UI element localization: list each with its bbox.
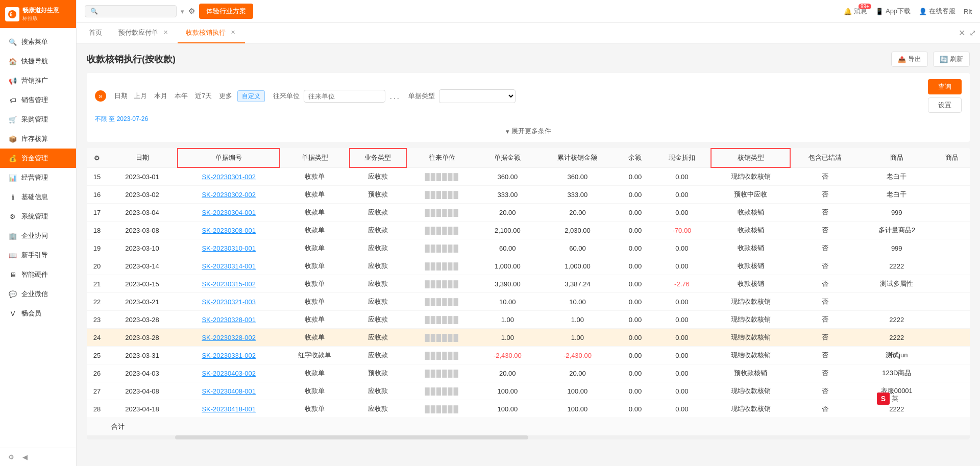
settings-button[interactable]: 设置: [928, 97, 962, 113]
scrollbar-thumb[interactable]: [175, 435, 528, 439]
tab-collection-close[interactable]: ✕: [229, 29, 237, 37]
sidebar-item-enterprise[interactable]: 🏢 企业协同: [0, 226, 76, 246]
table-scroll-container[interactable]: ⚙ 日期 单据编号 单据类型 业务类型 往来单位 单据金额 累计核销金额 余额 …: [87, 148, 970, 435]
cell-goods: 2222: [859, 311, 934, 329]
sidebar-item-label: 资金管理: [21, 154, 48, 163]
horizontal-scrollbar[interactable]: [87, 435, 970, 439]
service-button[interactable]: 👤 在线客服: [919, 7, 955, 16]
refresh-button[interactable]: 🔄 刷新: [933, 52, 970, 67]
sidebar-item-search[interactable]: 🔍 搜索菜单: [0, 32, 76, 52]
cell-voucher-no[interactable]: SK-20230418-001: [177, 400, 280, 418]
last7days-btn[interactable]: 近7天: [193, 90, 214, 102]
counterpart-input[interactable]: [304, 90, 385, 103]
sidebar-item-marketing[interactable]: 📢 营销推广: [0, 71, 76, 90]
cell-cash-discount: 0.00: [653, 347, 710, 364]
cell-cash-discount: 0.00: [653, 382, 710, 400]
cell-biz-type: 应收款: [349, 382, 407, 400]
counterpart-dots[interactable]: ...: [389, 91, 400, 102]
sidebar-item-wechat[interactable]: 💬 企业微信: [0, 284, 76, 304]
this-month-btn[interactable]: 本月: [152, 90, 169, 102]
service-label: 在线客服: [929, 7, 955, 16]
cell-biz-type: 应收款: [349, 347, 407, 364]
cell-goods: 999: [859, 204, 934, 222]
cell-counterpart: ██████: [407, 311, 477, 329]
tab-expand-icon[interactable]: ⤢: [969, 28, 976, 38]
cell-voucher-type: 收款单: [280, 311, 349, 329]
app-download-button[interactable]: 📱 App下载: [875, 7, 911, 16]
more-btn[interactable]: 更多: [217, 90, 234, 102]
tab-prepay-close[interactable]: ✕: [161, 29, 169, 37]
expand-filter-button[interactable]: ▾ 展开更多条件: [95, 127, 962, 136]
query-button[interactable]: 查询: [928, 79, 962, 94]
cell-voucher-no[interactable]: SK-20230321-003: [177, 293, 280, 311]
cell-voucher-no[interactable]: SK-20230301-002: [177, 168, 280, 186]
cell-include-settled: 否: [791, 311, 860, 329]
sidebar-item-sales[interactable]: 🏷 销售管理: [0, 90, 76, 110]
cell-balance: 0.00: [618, 204, 653, 222]
filter-toggle-button[interactable]: »: [95, 90, 106, 102]
sidebar-item-quicknav[interactable]: 🏠 快捷导航: [0, 52, 76, 71]
cell-counterpart: ██████: [407, 168, 477, 186]
cell-cancel-type: 现结收款核销: [710, 347, 790, 364]
cell-cumulative: 1.00: [537, 311, 617, 329]
sidebar-item-label: 经营管理: [21, 173, 48, 182]
col-goods: 商品: [859, 148, 934, 168]
topbar-search[interactable]: 🔍: [85, 5, 177, 17]
sidebar-item-guide[interactable]: 📖 新手引导: [0, 246, 76, 265]
sidebar-item-system[interactable]: ⚙ 系统管理: [0, 207, 76, 226]
topbar-gear-icon[interactable]: ⚙: [188, 7, 195, 16]
settings-bottom-icon[interactable]: ⚙: [8, 453, 14, 461]
cell-voucher-no[interactable]: SK-20230328-002: [177, 329, 280, 347]
cell-cash-discount: 0.00: [653, 239, 710, 257]
tab-prepay[interactable]: 预付款应付单 ✕: [110, 23, 178, 43]
sidebar-item-member[interactable]: V 畅会员: [0, 304, 76, 323]
cell-biz-type: 应收款: [349, 311, 407, 329]
tab-collection-label: 收款核销执行: [186, 28, 226, 37]
solution-button[interactable]: 体验行业方案: [199, 4, 253, 19]
cell-voucher-no[interactable]: SK-20230403-002: [177, 364, 280, 382]
tab-close-all-icon[interactable]: ✕: [959, 28, 965, 38]
cell-amount: 360.00: [477, 168, 537, 186]
cell-counterpart: ██████: [407, 275, 477, 293]
topbar-caret-icon[interactable]: ▾: [181, 8, 184, 15]
cell-goods2: [934, 168, 970, 186]
collapse-icon[interactable]: ◀: [22, 453, 28, 461]
cell-voucher-no[interactable]: SK-20230310-001: [177, 239, 280, 257]
sidebar-item-basic[interactable]: ℹ 基础信息: [0, 187, 76, 207]
custom-date-btn[interactable]: 自定义: [237, 90, 265, 102]
table-row: 172023-03-04SK-20230304-001收款单应收款██████2…: [87, 204, 970, 222]
user-name[interactable]: Rit: [964, 8, 972, 15]
voucher-type-select[interactable]: [439, 89, 516, 103]
cell-voucher-no[interactable]: SK-20230302-002: [177, 186, 280, 204]
cell-voucher-no[interactable]: SK-20230304-001: [177, 204, 280, 222]
notice-button[interactable]: 🔔 消息 99+: [844, 7, 867, 16]
sidebar-item-finance[interactable]: 💰 资金管理: [0, 149, 76, 168]
cell-voucher-type: 收款单: [280, 168, 349, 186]
table-row: 252023-03-31SK-20230331-002红字收款单应收款█████…: [87, 347, 970, 364]
sidebar-item-label: 采购管理: [21, 115, 48, 124]
sidebar-item-purchase[interactable]: 🛒 采购管理: [0, 110, 76, 129]
sidebar-item-operation[interactable]: 📊 经营管理: [0, 168, 76, 187]
col-gear[interactable]: ⚙: [87, 148, 107, 168]
this-year-btn[interactable]: 本年: [173, 90, 190, 102]
export-button[interactable]: 📤 导出: [891, 52, 928, 67]
cell-voucher-no[interactable]: SK-20230408-001: [177, 382, 280, 400]
last-month-btn[interactable]: 上月: [132, 90, 149, 102]
sidebar-item-hardware[interactable]: 🖥 智能硬件: [0, 265, 76, 284]
cell-goods2: [934, 293, 970, 311]
cell-no: 18: [87, 222, 107, 239]
tab-collection[interactable]: 收款核销执行 ✕: [178, 23, 245, 43]
cell-biz-type: 应收款: [349, 204, 407, 222]
counterpart-filter-label: 往来单位: [273, 91, 300, 101]
cell-voucher-no[interactable]: SK-20230314-001: [177, 257, 280, 275]
cell-no: 26: [87, 364, 107, 382]
cell-voucher-no[interactable]: SK-20230308-001: [177, 222, 280, 239]
cell-voucher-no[interactable]: SK-20230331-002: [177, 347, 280, 364]
sidebar-item-inventory[interactable]: 📦 库存核算: [0, 129, 76, 149]
cell-goods2: [934, 329, 970, 347]
cell-voucher-no[interactable]: SK-20230315-002: [177, 275, 280, 293]
cell-amount: 1.00: [477, 329, 537, 347]
cell-voucher-no[interactable]: SK-20230328-001: [177, 311, 280, 329]
cell-goods: [859, 293, 934, 311]
tab-home[interactable]: 首页: [81, 23, 110, 43]
